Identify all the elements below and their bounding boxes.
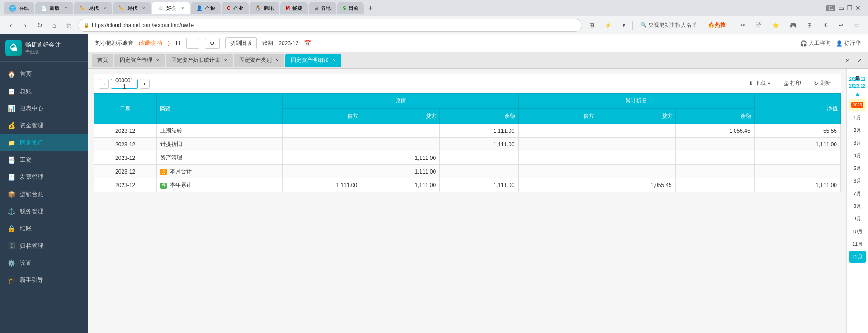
sidebar-item-fixed-assets[interactable]: 📁 固定资产: [0, 134, 88, 151]
restore-icon[interactable]: ❐: [847, 5, 853, 12]
period-month-6[interactable]: 6月: [849, 175, 866, 187]
print-button[interactable]: 🖨 打印: [778, 78, 806, 89]
tab-close-icon[interactable]: ✕: [224, 58, 227, 63]
menu-btn[interactable]: ☰: [850, 20, 863, 30]
tab-close-icon[interactable]: ✕: [156, 58, 160, 63]
tab-asset-category[interactable]: 固定资产类别 ✕: [234, 54, 284, 67]
period-month-3[interactable]: 3月: [849, 137, 866, 149]
browser-tab-muqian[interactable]: S 目前: [337, 2, 364, 14]
period-month-4[interactable]: 4月: [849, 150, 866, 161]
ssl-lock-icon: 🔒: [84, 23, 89, 28]
cell-date: 2023-12: [94, 178, 157, 192]
grid-btn[interactable]: ⊞: [804, 20, 816, 30]
download-button[interactable]: ⬇ 下载 ▾: [744, 78, 775, 89]
sidebar-item-settings[interactable]: ⚙️ 设置: [0, 254, 88, 272]
cell-orig-credit: [361, 124, 440, 138]
back-button[interactable]: ‹: [5, 20, 16, 31]
sidebar-item-guide[interactable]: 🎓 新手引导: [0, 272, 88, 289]
cell-dep-debit: [519, 151, 597, 165]
maximize-button[interactable]: ⤢: [854, 56, 864, 65]
close-browser-icon[interactable]: ✕: [855, 5, 861, 12]
minimize-icon[interactable]: ▭: [838, 5, 844, 12]
game-btn[interactable]: 🎮: [786, 20, 800, 30]
hot-search-btn[interactable]: 🔥热搜: [704, 19, 729, 31]
period-month-5[interactable]: 5月: [849, 162, 866, 174]
tab-close-icon[interactable]: ✕: [64, 6, 68, 11]
period-end-date[interactable]: 2023.12: [847, 83, 867, 89]
period-start-date[interactable]: 2023.12: [847, 76, 867, 83]
user-avatar-icon: 👤: [836, 40, 843, 47]
tab-close-icon[interactable]: ✕: [332, 58, 336, 63]
tab-count-badge: 11: [826, 5, 835, 11]
star-btn[interactable]: ⭐: [769, 20, 783, 30]
tab-close-icon[interactable]: ✕: [142, 6, 146, 11]
period-month-2[interactable]: 2月: [849, 124, 866, 136]
bookmark-button[interactable]: ☆: [63, 20, 74, 31]
browser-tab-geshui[interactable]: 👤 个税: [191, 2, 221, 14]
browser-tab-new[interactable]: 📄 新版 ✕: [35, 2, 73, 14]
period-month-10[interactable]: 10月: [849, 225, 866, 237]
brightness-btn[interactable]: ☀: [819, 20, 831, 30]
period-month-11[interactable]: 11月: [849, 238, 866, 250]
new-tab-button[interactable]: +: [365, 3, 376, 14]
add-account-button[interactable]: +: [186, 38, 199, 49]
tab-home[interactable]: 首页: [92, 54, 113, 67]
period-month-7[interactable]: 7月: [849, 188, 866, 199]
sidebar-item-payroll[interactable]: 📑 工资: [0, 151, 88, 169]
tab-close-icon[interactable]: ✕: [181, 6, 184, 11]
browser-tab-changjie[interactable]: M 畅捷: [280, 2, 308, 14]
dropdown-btn[interactable]: ▾: [619, 20, 629, 30]
tab-fixed-assets-mgmt[interactable]: 固定资产管理 ✕: [114, 54, 165, 67]
sidebar-item-label: 设置: [20, 259, 32, 267]
settings-button[interactable]: ⚙: [205, 38, 220, 49]
sidebar-item-home[interactable]: 🏠 首页: [0, 66, 88, 83]
forward-button[interactable]: ›: [20, 20, 31, 31]
close-all-button[interactable]: ✕: [843, 56, 853, 65]
browser-tab-online[interactable]: 🌐 在线: [4, 2, 34, 14]
app-layout: 🌤 畅捷通好会计 专业版 🏠 首页 📋 总账 📊 报表中心 💰 资金管: [0, 34, 868, 333]
service-button[interactable]: 🎧 人工咨询: [800, 39, 830, 47]
sidebar-item-reports[interactable]: 📊 报表中心: [0, 100, 88, 117]
tab-depreciation-stats[interactable]: 固定资产折旧统计表 ✕: [166, 54, 233, 67]
sidebar-item-ledger[interactable]: 📋 总账: [0, 83, 88, 100]
browser-tab-tencent[interactable]: 🐧 腾讯: [250, 2, 279, 14]
period-month-8[interactable]: 8月: [849, 200, 866, 212]
sidebar-item-label: 总账: [20, 87, 32, 95]
url-input[interactable]: 🔒 https://cloud.chanjet.com/accounting/u…: [78, 19, 582, 32]
page-number-display[interactable]: 000001 1: [111, 79, 138, 89]
browser-tab-gedi[interactable]: ⊞ 各地: [309, 2, 336, 14]
user-profile-button[interactable]: 👤 徐泽华: [836, 39, 861, 47]
tab-close-icon[interactable]: ✕: [275, 58, 279, 63]
period-month-9[interactable]: 9月: [849, 213, 866, 225]
browser-tab-haokuai[interactable]: ☁️ 好会 ✕: [152, 2, 190, 14]
extension-btn[interactable]: ⊞: [586, 20, 598, 30]
period-up-button[interactable]: ▲: [851, 89, 864, 98]
undo-btn[interactable]: ↩: [835, 20, 847, 30]
refresh-button[interactable]: ↻ 刷新: [809, 78, 835, 89]
sidebar-item-archive[interactable]: 🗄️ 归档管理: [0, 237, 88, 254]
period-month-12[interactable]: 12月: [849, 251, 866, 263]
asset-detail-table: 日期 摘要 原值 累计折旧 净值 借方 贷方 余额 借方: [94, 93, 841, 192]
browser-tab-qiye[interactable]: C 企业: [222, 2, 249, 14]
ledger-icon: 📋: [7, 87, 15, 95]
sidebar-item-funds[interactable]: 💰 资金管理: [0, 117, 88, 134]
sidebar-item-purchase-sales[interactable]: 📦 进销台账: [0, 186, 88, 203]
period-month-1[interactable]: 1月: [849, 112, 866, 123]
next-page-button[interactable]: ›: [140, 79, 150, 89]
lightning-btn[interactable]: ⚡: [601, 20, 615, 30]
tab-asset-detail-ledger[interactable]: 固定资产明细账 ✕: [285, 54, 341, 67]
sidebar-item-invoices[interactable]: 🧾 发票管理: [0, 169, 88, 186]
sidebar-item-tax[interactable]: ⚖️ 税务管理: [0, 203, 88, 220]
calendar-icon[interactable]: 📅: [304, 40, 311, 47]
switch-version-button[interactable]: 切到旧版: [225, 37, 257, 49]
sidebar-item-closing[interactable]: 🔒 结账: [0, 220, 88, 237]
translate-btn[interactable]: 译: [752, 19, 765, 31]
browser-tab-yidai2[interactable]: ✏️ 易代 ✕: [113, 2, 151, 14]
scissors-btn[interactable]: ✂: [737, 20, 749, 30]
prev-page-button[interactable]: ‹: [99, 79, 109, 89]
search-bar[interactable]: 🔍 央视更新主持人名单: [637, 19, 701, 31]
home-button[interactable]: ⌂: [49, 20, 60, 31]
tab-close-icon[interactable]: ✕: [103, 6, 107, 11]
refresh-button[interactable]: ↻: [34, 20, 45, 31]
browser-tab-yidai1[interactable]: ✏️ 易代 ✕: [74, 2, 112, 14]
